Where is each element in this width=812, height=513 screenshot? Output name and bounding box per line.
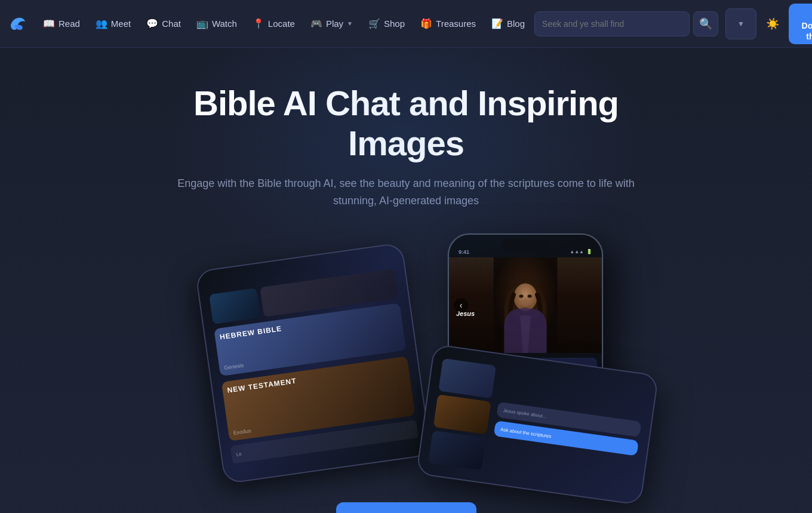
nav-links: 📖 Read 👥 Meet 💬 Chat 📺 Watch 📍 Locate 🎮 … [36,13,532,34]
hero-subtitle: Engage with the Bible through AI, see th… [173,175,639,210]
language-dropdown[interactable]: ▼ [725,8,756,39]
sun-icon: ☀️ [766,17,779,30]
svg-point-4 [528,294,532,297]
horizontal-img-3 [428,430,486,470]
nav-label-locate: Locate [268,19,295,29]
nav-controls: ▼ ☀️ ⬇ Download the App ● [725,4,812,44]
nav-label-meet: Meet [111,19,131,29]
horizontal-img-2 [433,394,491,434]
horizontal-right-area: Jesus spoke about... Ask about the scrip… [494,402,642,456]
search-button[interactable]: 🔍 [693,11,718,36]
download-label-line1: Download [802,21,812,30]
chevron-down-icon: ▼ [737,20,745,28]
nav-item-meet[interactable]: 👥 Meet [88,13,138,34]
blog-icon: 📝 [491,18,503,29]
nav-label-read: Read [59,19,80,29]
search-input[interactable] [542,19,662,29]
nav-item-play[interactable]: 🎮 Play ▼ [303,13,360,34]
nav-label-play: Play [326,19,343,29]
read-icon: 📖 [43,18,55,29]
locate-icon: 📍 [253,18,264,29]
phone-notch [502,239,549,251]
nav-item-chat[interactable]: 💬 Chat [139,13,188,34]
watch-icon: 📺 [196,18,208,29]
hero-title: Bible AI Chat and Inspiring Images [137,84,675,163]
phone-back-screen: HEBREW BIBLE Genesis NEW TESTAMENT Exodu… [196,244,430,483]
hero-section: Bible AI Chat and Inspiring Images Engag… [0,48,812,513]
play-dropdown-icon: ▼ [347,20,353,27]
horizontal-img-1 [438,358,496,398]
download-label-line2: the App [806,32,812,41]
horizontal-image-column [428,358,496,470]
nav-label-treasures: Treasures [436,19,476,29]
hero-download-button[interactable]: Download the app [336,502,476,513]
svg-point-3 [519,294,523,297]
phone-back-mockup: HEBREW BIBLE Genesis NEW TESTAMENT Exodu… [195,242,432,484]
phone-horizontal-screen: Jesus spoke about... Ask about the scrip… [417,345,657,504]
play-icon: 🎮 [310,18,322,29]
meet-icon: 👥 [96,18,107,29]
theme-toggle[interactable]: ☀️ [760,11,785,36]
nav-item-treasures[interactable]: 🎁 Treasures [413,13,483,34]
chat-icon: 💬 [146,18,158,29]
nav-item-watch[interactable]: 📺 Watch [189,13,244,34]
nav-label-shop: Shop [384,19,405,29]
navbar: 📖 Read 👥 Meet 💬 Chat 📺 Watch 📍 Locate 🎮 … [0,0,812,48]
nav-item-locate[interactable]: 📍 Locate [245,13,302,34]
phones-container: HEBREW BIBLE Genesis NEW TESTAMENT Exodu… [197,234,615,472]
svg-point-2 [513,284,537,311]
treasures-icon: 🎁 [420,18,432,29]
nav-item-read[interactable]: 📖 Read [36,13,87,34]
download-app-button[interactable]: ⬇ Download the App [789,4,812,44]
nav-label-watch: Watch [212,19,237,29]
nav-label-blog: Blog [507,19,525,29]
phone-horizontal-mockup: Jesus spoke about... Ask about the scrip… [416,344,659,506]
svg-point-0 [19,19,21,21]
nav-label-chat: Chat [162,19,181,29]
search-bar [534,11,690,36]
search-container: 🔍 [534,11,718,36]
nav-item-blog[interactable]: 📝 Blog [484,13,532,34]
jesus-image-area: Jesus ‹ [449,257,602,353]
search-magnifier-icon: 🔍 [699,17,712,30]
shop-icon: 🛒 [368,18,380,29]
nav-item-shop[interactable]: 🛒 Shop [361,13,412,34]
logo[interactable] [7,13,29,35]
